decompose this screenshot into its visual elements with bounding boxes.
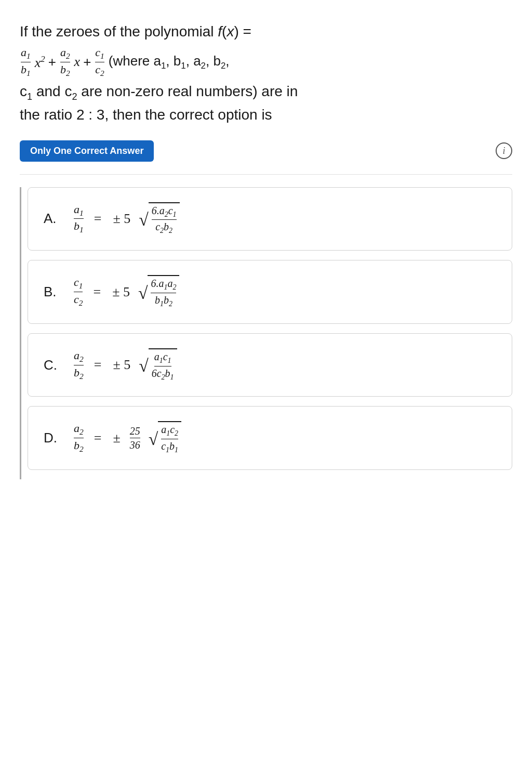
option-a-sqrt: √ 6.a2c1 c2b2 (139, 202, 179, 236)
option-b-math: c1 c2 = ± 5 √ 6.a1a2 b1b2 (73, 275, 179, 309)
question-line3: c1 and c2 are non-zero real numbers) are… (20, 81, 512, 104)
option-c[interactable]: C. a2 b2 = ± 5 √ a1c1 6c2b1 (28, 333, 512, 397)
plus1: + (48, 54, 56, 70)
answer-type-badge: Only One Correct Answer (20, 140, 154, 162)
options-container: A. a1 b1 = ± 5 √ 6.a2c1 c2b2 B. (20, 187, 512, 479)
option-d-label: D. (44, 430, 60, 446)
option-c-label: C. (44, 357, 60, 373)
x-squared: x2 (35, 54, 45, 71)
option-c-sqrt: √ a1c1 6c2b1 (139, 348, 177, 382)
option-b-label: B. (44, 284, 60, 300)
plus2: + (83, 54, 91, 70)
where-clause: (where a1, b1, a2, b2, (109, 53, 230, 71)
option-c-eq: = (94, 357, 102, 373)
option-d[interactable]: D. a2 b2 = ± 25 36 √ a1c2 c1b1 (28, 406, 512, 470)
option-d-sqrt: √ a1c2 c1b1 (149, 421, 181, 455)
option-d-coeff: 25 36 (130, 425, 140, 451)
option-a-lhs: a1 b1 (74, 203, 84, 235)
option-a-pm: ± 5 (113, 211, 130, 227)
x-var: x (74, 54, 81, 70)
question-math-line: a1 b1 x2 + a2 b2 x + c1 c2 (where a1, b1… (20, 46, 512, 78)
option-b-lhs: c1 c2 (74, 276, 83, 308)
badge-row: Only One Correct Answer i (20, 140, 512, 162)
frac-a1b1: a1 b1 (21, 46, 31, 78)
option-b-sqrt: √ 6.a1a2 b1b2 (138, 275, 180, 309)
option-b-eq: = (93, 284, 101, 300)
option-d-eq: = (94, 430, 102, 446)
option-b[interactable]: B. c1 c2 = ± 5 √ 6.a1a2 b1b2 (28, 260, 512, 324)
option-c-lhs: a2 b2 (74, 349, 84, 382)
option-d-lhs: a2 b2 (74, 422, 84, 454)
section-divider (20, 174, 512, 175)
option-d-math: a2 b2 = ± 25 36 √ a1c2 c1b1 (73, 421, 181, 455)
option-c-pm: ± 5 (113, 357, 130, 373)
frac-a2b2: a2 b2 (60, 46, 70, 78)
option-c-math: a2 b2 = ± 5 √ a1c1 6c2b1 (73, 348, 177, 382)
question-line1: If the zeroes of the polynomial f(x) = (20, 21, 512, 43)
info-icon[interactable]: i (496, 142, 512, 159)
option-a-label: A. (44, 211, 60, 227)
frac-c1c2: c1 c2 (95, 46, 104, 78)
option-a-math: a1 b1 = ± 5 √ 6.a2c1 c2b2 (73, 202, 180, 236)
question-line4: the ratio 2 : 3, then the correct option… (20, 104, 512, 126)
option-d-pm: ± (113, 430, 120, 446)
option-a[interactable]: A. a1 b1 = ± 5 √ 6.a2c1 c2b2 (28, 187, 512, 251)
question-block: If the zeroes of the polynomial f(x) = a… (20, 21, 512, 126)
option-b-pm: ± 5 (112, 284, 130, 300)
info-symbol: i (502, 146, 505, 156)
option-a-eq: = (94, 211, 102, 227)
